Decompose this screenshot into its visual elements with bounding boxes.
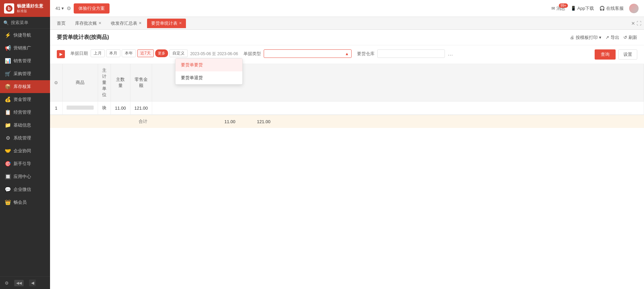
close-batch-accounts-icon[interactable]: ✕ — [98, 21, 101, 25]
export-button[interactable]: ↗ 导出 — [605, 35, 619, 41]
table-col-unit: 主计量单位 — [98, 64, 111, 102]
sidebar-item-inventory[interactable]: 📦 库存核算 — [0, 80, 50, 93]
export-icon: ↗ — [605, 35, 609, 40]
svg-text:b: b — [8, 6, 11, 11]
this-month-btn[interactable]: 本月 — [106, 49, 120, 57]
warehouse-more-icon[interactable]: … — [448, 51, 453, 57]
settings-button[interactable]: 设置 — [618, 49, 637, 60]
app-download-button[interactable]: 📱 App下载 — [571, 5, 594, 12]
date-filter-group: 单据日期 上月 本月 本年 近7天 更多 自定义 2023-05-06 至 20… — [70, 49, 238, 57]
sidebar-scroll-up[interactable]: ◀◀ — [14, 280, 24, 286]
sidebar-item-finance[interactable]: 💰 资金管理 — [0, 93, 50, 106]
top-header: 41 ▾ ⚙ 体验行业方案 ✉ 消息 99+ 📱 App下载 🎧 在线客服 — [50, 0, 644, 17]
sidebar: b 畅捷通好生意 标准版 🔍 搜索菜单 ⚡ 快捷导航 📢 营销推广 📊 销售管理… — [0, 0, 50, 289]
sidebar-footer: ⚙ ◀◀ ◀ — [0, 276, 50, 289]
filter-actions: 查询 设置 — [595, 49, 637, 60]
finance-icon: 💰 — [5, 96, 11, 103]
page-title: 要货单统计表(按商品) — [57, 34, 109, 41]
product-name-placeholder — [67, 106, 94, 110]
dropdown-item-order-goods[interactable]: 要货单要货 — [175, 59, 242, 71]
sidebar-item-marketing[interactable]: 📢 营销推广 — [0, 42, 50, 54]
table-col-amount: 零售金额 — [130, 64, 152, 102]
cell-product — [63, 102, 98, 115]
type-filter-input[interactable] — [264, 49, 352, 58]
close-order-stats-icon[interactable]: ✕ — [179, 21, 182, 25]
filter-expand-button[interactable]: ▶ — [57, 50, 65, 58]
guide-icon: 🎯 — [5, 161, 11, 167]
header-left: 41 ▾ ⚙ 体验行业方案 — [55, 3, 546, 14]
data-table: ⚙ 商品 主计量单位 主数量 零售金额 1 块 — [50, 64, 644, 115]
sidebar-item-vip[interactable]: 👑 畅会员 — [0, 196, 50, 209]
refresh-button[interactable]: ↺ 刷新 — [623, 35, 637, 41]
tabs-expand-icon[interactable]: ✕ — [631, 21, 635, 26]
search-menu[interactable]: 🔍 搜索菜单 — [0, 17, 50, 29]
avatar[interactable] — [629, 4, 639, 13]
message-icon: ✉ — [551, 6, 555, 11]
chevron-down-icon: ▾ — [62, 6, 64, 11]
query-button[interactable]: 查询 — [595, 49, 616, 60]
table-col-quantity: 主数量 — [111, 64, 130, 102]
tab-batch-accounts[interactable]: 库存批次账 ✕ — [71, 19, 105, 28]
header-gear-icon[interactable]: ⚙ — [67, 5, 71, 12]
cell-quantity: 11.00 — [111, 102, 130, 115]
sidebar-item-purchase[interactable]: 🛒 采购管理 — [0, 67, 50, 80]
appstore-icon: 🔲 — [5, 174, 11, 180]
cell-extra — [152, 102, 644, 115]
quick-nav-icon: ⚡ — [5, 32, 11, 38]
type-filter-chevron-up-icon[interactable]: ▲ — [345, 51, 349, 56]
close-collect-summary-icon[interactable]: ✕ — [139, 21, 142, 25]
sidebar-collapse-btn[interactable]: ◀ — [29, 280, 36, 286]
app-logo: b — [4, 3, 14, 14]
cell-seq: 1 — [50, 102, 63, 115]
date-range-display: 2023-05-06 至 2023-06-06 — [190, 51, 238, 57]
cell-amount: 121.00 — [130, 102, 152, 115]
sidebar-header: b 畅捷通好生意 标准版 — [0, 0, 50, 17]
sidebar-item-basic[interactable]: 📁 基础信息 — [0, 119, 50, 132]
trial-button[interactable]: 体验行业方案 — [74, 3, 110, 14]
sidebar-item-sales[interactable]: 📊 销售管理 — [0, 54, 50, 67]
table-area: ⚙ 商品 主计量单位 主数量 零售金额 1 块 — [50, 64, 644, 115]
dropdown-item-order-return[interactable]: 要货单退货 — [175, 71, 242, 84]
tabs-fullscreen-icon[interactable]: ⛶ — [637, 21, 641, 26]
messages-badge: 99+ — [559, 3, 568, 8]
footer-total-label: 合计 — [139, 118, 179, 125]
print-chevron-icon: ▾ — [599, 35, 601, 40]
sidebar-item-wxwork[interactable]: 💬 企业微信 — [0, 183, 50, 196]
warehouse-filter-group: 要货仓库 … — [357, 49, 453, 58]
sidebar-item-quick-nav[interactable]: ⚡ 快捷导航 — [0, 29, 50, 42]
page-header: 要货单统计表(按商品) 🖨 按模板打印 ▾ ↗ 导出 ↺ 刷新 — [50, 30, 644, 45]
custom-date-btn[interactable]: 自定义 — [169, 49, 188, 57]
sidebar-item-enterprise[interactable]: 🤝 企业协同 — [0, 144, 50, 157]
last-month-btn[interactable]: 上月 — [91, 49, 105, 57]
table-row: 1 块 11.00 121.00 — [50, 102, 644, 115]
inventory-icon: 📦 — [5, 84, 11, 90]
basic-icon: 📁 — [5, 122, 11, 128]
sidebar-item-guide[interactable]: 🎯 新手引导 — [0, 157, 50, 170]
sidebar-item-operation[interactable]: 📋 经营管理 — [0, 106, 50, 119]
warehouse-filter-input[interactable] — [377, 49, 445, 58]
system-icon: ⚙ — [5, 135, 11, 141]
table-col-settings[interactable]: ⚙ — [50, 64, 63, 102]
this-year-btn[interactable]: 本年 — [122, 49, 136, 57]
sidebar-item-system[interactable]: ⚙ 系统管理 — [0, 132, 50, 144]
sidebar-settings-icon[interactable]: ⚙ — [5, 281, 9, 286]
store-selector[interactable]: 41 ▾ — [55, 6, 64, 11]
sales-icon: 📊 — [5, 58, 11, 64]
tab-order-stats[interactable]: 要货单统计表 ✕ — [147, 19, 186, 28]
online-service-button[interactable]: 🎧 在线客服 — [599, 5, 624, 12]
wxwork-icon: 💬 — [5, 186, 11, 193]
warehouse-filter-label: 要货仓库 — [357, 51, 375, 57]
tab-home[interactable]: 首页 — [53, 19, 70, 28]
page-content: 要货单统计表(按商品) 🖨 按模板打印 ▾ ↗ 导出 ↺ 刷新 ▶ — [50, 30, 644, 289]
sidebar-item-appstore[interactable]: 🔲 应用中心 — [0, 170, 50, 183]
messages-button[interactable]: ✉ 消息 99+ — [551, 5, 565, 12]
tabs-controls: ✕ ⛶ — [631, 21, 641, 26]
tab-collect-summary[interactable]: 收发存汇总表 ✕ — [107, 19, 146, 28]
vip-icon: 👑 — [5, 199, 11, 205]
last-7-days-btn[interactable]: 近7天 — [137, 49, 154, 57]
more-dates-btn[interactable]: 更多 — [155, 49, 168, 57]
tabs-bar: 首页 库存批次账 ✕ 收发存汇总表 ✕ 要货单统计表 ✕ ✕ ⛶ — [50, 17, 644, 30]
header-right: ✉ 消息 99+ 📱 App下载 🎧 在线客服 — [551, 4, 639, 13]
type-filter-label: 单据类型 — [243, 51, 261, 57]
print-template-button[interactable]: 🖨 按模板打印 ▾ — [570, 35, 601, 41]
